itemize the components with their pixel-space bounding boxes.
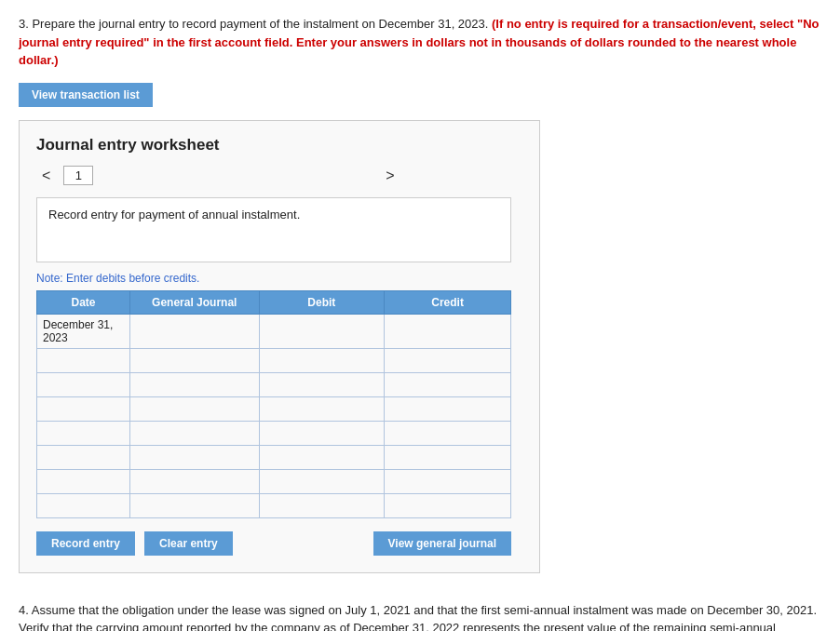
table-row	[37, 348, 511, 372]
debit-cell-1[interactable]	[259, 348, 385, 372]
journal-input-1[interactable]	[136, 355, 253, 368]
prev-page-button[interactable]: <	[36, 166, 56, 186]
date-cell-6	[37, 469, 130, 493]
journal-table: Date General Journal Debit Credit Decemb…	[36, 290, 511, 518]
journal-input-0[interactable]	[136, 325, 253, 338]
credit-cell-2[interactable]	[385, 372, 511, 396]
credit-input-7[interactable]	[390, 500, 505, 513]
journal-input-7[interactable]	[136, 500, 253, 513]
date-cell-2	[37, 372, 130, 396]
note-text: Note: Enter debits before credits.	[36, 272, 522, 285]
debit-cell-3[interactable]	[259, 396, 385, 421]
debit-cell-0[interactable]	[259, 314, 385, 348]
debit-input-7[interactable]	[265, 500, 379, 513]
credit-input-1[interactable]	[390, 355, 505, 368]
journal-input-3[interactable]	[136, 403, 253, 416]
entry-description: Record entry for payment of annual insta…	[36, 197, 511, 262]
table-row	[37, 445, 511, 469]
debit-input-1[interactable]	[265, 355, 379, 368]
col-date: Date	[37, 290, 130, 314]
table-row: December 31, 2023	[37, 314, 511, 348]
journal-cell-5[interactable]	[130, 445, 260, 469]
col-general-journal: General Journal	[130, 290, 260, 314]
credit-input-2[interactable]	[390, 379, 505, 392]
table-row	[37, 493, 511, 517]
journal-cell-2[interactable]	[130, 372, 260, 396]
credit-input-0[interactable]	[390, 325, 505, 338]
table-row	[37, 372, 511, 396]
debit-cell-4[interactable]	[259, 421, 385, 445]
journal-input-6[interactable]	[136, 476, 253, 489]
col-credit: Credit	[385, 290, 511, 314]
debit-cell-6[interactable]	[259, 469, 385, 493]
credit-cell-7[interactable]	[385, 493, 511, 517]
date-cell-4	[37, 421, 130, 445]
debit-input-5[interactable]	[265, 451, 379, 464]
journal-cell-7[interactable]	[130, 493, 260, 517]
debit-cell-2[interactable]	[259, 372, 385, 396]
debit-cell-5[interactable]	[259, 445, 385, 469]
credit-input-3[interactable]	[390, 403, 505, 416]
instructions: 3. Prepare the journal entry to record p…	[19, 15, 820, 70]
credit-input-4[interactable]	[390, 427, 505, 440]
debit-input-0[interactable]	[265, 325, 379, 338]
journal-cell-4[interactable]	[130, 421, 260, 445]
credit-cell-1[interactable]	[385, 348, 511, 372]
debit-input-4[interactable]	[265, 427, 379, 440]
nav-row: < 1 >	[36, 166, 522, 186]
debit-input-2[interactable]	[265, 379, 379, 392]
col-debit: Debit	[259, 290, 385, 314]
journal-worksheet: Journal entry worksheet < 1 > Record ent…	[19, 120, 540, 573]
credit-cell-6[interactable]	[385, 469, 511, 493]
credit-cell-3[interactable]	[385, 396, 511, 421]
record-entry-button[interactable]: Record entry	[36, 531, 135, 556]
journal-cell-3[interactable]	[130, 396, 260, 421]
journal-cell-1[interactable]	[130, 348, 260, 372]
date-cell-5	[37, 445, 130, 469]
credit-cell-0[interactable]	[385, 314, 511, 348]
table-row	[37, 396, 511, 421]
journal-input-4[interactable]	[136, 427, 253, 440]
date-cell-0: December 31, 2023	[37, 314, 130, 348]
question4: 4. Assume that the obligation under the …	[19, 601, 820, 632]
next-page-button[interactable]: >	[380, 166, 400, 186]
date-cell-1	[37, 348, 130, 372]
journal-cell-0[interactable]	[130, 314, 260, 348]
worksheet-title: Journal entry worksheet	[36, 136, 522, 154]
debit-input-6[interactable]	[265, 476, 379, 489]
table-row	[37, 469, 511, 493]
clear-entry-button[interactable]: Clear entry	[144, 531, 233, 556]
date-cell-3	[37, 396, 130, 421]
journal-cell-6[interactable]	[130, 469, 260, 493]
question4-text: 4. Assume that the obligation under the …	[19, 603, 817, 632]
table-row	[37, 421, 511, 445]
journal-input-2[interactable]	[136, 379, 253, 392]
credit-input-6[interactable]	[390, 476, 505, 489]
button-row: Record entry Clear entry View general jo…	[36, 531, 511, 556]
debit-cell-7[interactable]	[259, 493, 385, 517]
instructions-main: 3. Prepare the journal entry to record p…	[19, 17, 492, 31]
page-number: 1	[63, 166, 93, 185]
view-general-journal-button[interactable]: View general journal	[373, 531, 511, 556]
view-transaction-button[interactable]: View transaction list	[19, 83, 153, 107]
debit-input-3[interactable]	[265, 403, 379, 416]
credit-input-5[interactable]	[390, 451, 505, 464]
credit-cell-4[interactable]	[385, 421, 511, 445]
date-cell-7	[37, 493, 130, 517]
journal-input-5[interactable]	[136, 451, 253, 464]
credit-cell-5[interactable]	[385, 445, 511, 469]
